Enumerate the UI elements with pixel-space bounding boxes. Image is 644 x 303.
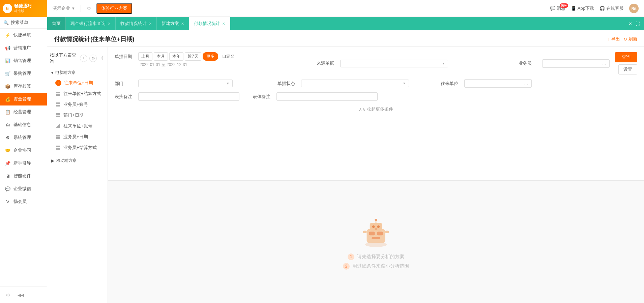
plan-item-unit-settle[interactable]: 往来单位+结算方式 bbox=[47, 88, 108, 99]
mobile-section-title[interactable]: ▶ 移动端方案 bbox=[47, 156, 108, 165]
step2-num: 2 bbox=[343, 263, 350, 270]
message-icon: 💬 bbox=[550, 6, 555, 11]
plan-item-staff-settle[interactable]: 业务员+结算方式 bbox=[47, 142, 108, 153]
sidebar-item-guide[interactable]: 📌 新手引导 bbox=[0, 157, 47, 170]
marketing-icon: 📢 bbox=[5, 45, 11, 51]
date-btn-7days[interactable]: 近7天 bbox=[185, 52, 201, 61]
sidebar-item-operation[interactable]: 📋 经营管理 bbox=[0, 105, 47, 118]
plan-item-dept-date[interactable]: 部门+日期 bbox=[47, 110, 108, 121]
desktop-section-label: 电脑端方案 bbox=[55, 70, 76, 75]
settings-footer-btn[interactable]: ⚙ bbox=[3, 290, 13, 300]
tabbar-actions: ✕ ⛶ bbox=[624, 17, 644, 30]
staff-select[interactable]: ... bbox=[542, 59, 610, 68]
topbar-separator bbox=[81, 5, 81, 12]
tab-home[interactable]: 首页 bbox=[47, 17, 66, 30]
notifications-btn[interactable]: 💬 消息 99+ bbox=[550, 5, 565, 11]
sidebar-item-marketing[interactable]: 📢 营销推广 bbox=[0, 41, 47, 54]
svg-rect-17 bbox=[58, 135, 60, 137]
sidebar-label-inventory: 库存核算 bbox=[13, 83, 31, 89]
date-btn-last-month[interactable]: 上月 bbox=[138, 52, 152, 61]
online-service-btn[interactable]: 🎧 在线客服 bbox=[599, 5, 624, 11]
plan-item-unit-date[interactable]: ○ 往来单位+日期 bbox=[47, 78, 108, 88]
empty-state: 1 请先选择要分析的方案 2 用过滤条件来缩小分析范围 bbox=[108, 181, 644, 303]
weixin-icon: 💬 bbox=[5, 186, 11, 192]
plan-item-unit-account[interactable]: 往来单位+账号 bbox=[47, 121, 108, 131]
sidebar-nav: ⚡ 快捷导航 📢 营销推广 📊 销售管理 🛒 采购管理 📦 库存核算 💰 资金管… bbox=[0, 29, 47, 286]
desktop-section-title[interactable]: ▾ 电脑端方案 bbox=[47, 68, 108, 78]
system-icon: ⚙ bbox=[5, 134, 11, 141]
body-note-input[interactable] bbox=[276, 92, 378, 101]
related-unit-select[interactable]: ... bbox=[464, 79, 532, 88]
plan-label-staff-account: 业务员+账号 bbox=[63, 101, 88, 108]
date-btn-this-year[interactable]: 本年 bbox=[169, 52, 183, 61]
company-name[interactable]: 演示企业 ▾ bbox=[53, 5, 75, 11]
sidebar-item-sales[interactable]: 📊 销售管理 bbox=[0, 54, 47, 67]
sidebar-item-inventory[interactable]: 📦 库存核算 bbox=[0, 80, 47, 93]
svg-rect-9 bbox=[58, 113, 60, 115]
collapse-more-btn[interactable]: ∧∧ 收起更多条件 bbox=[357, 104, 395, 114]
quick-nav-icon: ⚡ bbox=[5, 32, 11, 38]
close-payment-stats-icon[interactable]: ✕ bbox=[222, 22, 225, 26]
tab-bank-flow[interactable]: 现金银行流水查询 ✕ bbox=[66, 17, 116, 30]
svg-rect-35 bbox=[363, 231, 367, 233]
sidebar-item-system[interactable]: ⚙ 系统管理 bbox=[0, 131, 47, 144]
settings-btn[interactable]: 设置 bbox=[618, 64, 637, 74]
plan-item-staff-account[interactable]: 业务员+账号 bbox=[47, 99, 108, 110]
app-download-btn[interactable]: 📱 App下载 bbox=[571, 5, 594, 11]
content-header: 付款情况统计(往来单位+日期) ↑ 导出 ↻ 刷新 bbox=[47, 30, 644, 47]
source-select[interactable]: ▾ bbox=[340, 60, 448, 67]
related-unit-ellipsis: ... bbox=[524, 81, 528, 86]
mobile-plans-section: ▶ 移动端方案 bbox=[47, 154, 108, 167]
doc-status-select[interactable]: ▾ bbox=[301, 80, 409, 87]
query-btn[interactable]: 查询 bbox=[615, 52, 637, 62]
add-plan-btn[interactable]: + bbox=[80, 55, 87, 62]
topbar-settings-icon[interactable]: ⚙ bbox=[87, 6, 91, 11]
close-receipt-stats-icon[interactable]: ✕ bbox=[149, 22, 152, 26]
sidebar-label-weixin: 企业微信 bbox=[13, 186, 31, 192]
sidebar-item-quick-nav[interactable]: ⚡ 快捷导航 bbox=[0, 29, 47, 41]
close-all-icon[interactable]: ✕ bbox=[628, 21, 632, 26]
header-note-input[interactable] bbox=[138, 92, 239, 101]
tab-new-plan[interactable]: 新建方案 ✕ bbox=[157, 17, 189, 30]
expand-desktop-icon: ▾ bbox=[51, 70, 53, 75]
doc-status-chevron: ▾ bbox=[403, 81, 405, 86]
sidebar-item-capital[interactable]: 💰 资金管理 bbox=[0, 93, 47, 105]
staff-ellipsis: ... bbox=[602, 61, 606, 66]
refresh-btn[interactable]: ↻ 刷新 bbox=[623, 36, 637, 42]
online-service-label: 在线客服 bbox=[606, 5, 624, 11]
svg-rect-10 bbox=[56, 116, 58, 117]
tab-payment-stats-label: 付款情况统计 bbox=[194, 21, 220, 27]
sidebar-item-basic-info[interactable]: 🗂 基础信息 bbox=[0, 118, 47, 131]
sidebar-item-member[interactable]: V 畅会员 bbox=[0, 195, 47, 208]
date-btn-this-month[interactable]: 本月 bbox=[154, 52, 168, 61]
collapse-sidebar-btn[interactable]: ◀◀ bbox=[16, 290, 26, 300]
sidebar-item-weixin[interactable]: 💬 企业微信 bbox=[0, 182, 47, 195]
guide-icon: 📌 bbox=[5, 160, 11, 166]
search-menu[interactable]: 🔍 搜索菜单 bbox=[0, 17, 47, 29]
topbar: 演示企业 ▾ ⚙ 体验行业方案 💬 消息 99+ 📱 App下载 🎧 在线客服 … bbox=[47, 0, 644, 17]
close-new-plan-icon[interactable]: ✕ bbox=[181, 22, 184, 26]
svg-rect-19 bbox=[58, 137, 60, 139]
filter-wrapper: 单据日期 上月 本月 本年 近7天 更多 自定义 20 bbox=[108, 47, 644, 303]
dept-select[interactable]: ▾ bbox=[138, 80, 233, 87]
date-btn-more[interactable]: 更多 bbox=[203, 52, 218, 61]
close-bank-flow-icon[interactable]: ✕ bbox=[108, 22, 111, 26]
trial-btn[interactable]: 体验行业方案 bbox=[96, 3, 132, 14]
user-avatar[interactable]: Rit bbox=[629, 4, 639, 13]
sidebar-item-purchase[interactable]: 🛒 采购管理 bbox=[0, 67, 47, 80]
expand-icon[interactable]: ⛶ bbox=[636, 21, 640, 26]
export-btn[interactable]: ↑ 导出 bbox=[608, 36, 620, 42]
collapse-plan-sidebar-btn[interactable]: 《 bbox=[99, 55, 104, 61]
sidebar-item-hardware[interactable]: 🖥 智能硬件 bbox=[0, 170, 47, 182]
plan-item-staff-date[interactable]: 业务员+日期 bbox=[47, 131, 108, 142]
tab-payment-stats[interactable]: 付款情况统计 ✕ bbox=[189, 17, 230, 30]
dept-label: 部门 bbox=[115, 81, 135, 87]
expand-mobile-icon: ▶ bbox=[51, 158, 54, 163]
custom-date-label[interactable]: 自定义 bbox=[219, 53, 237, 60]
tab-receipt-stats[interactable]: 收款情况统计 ✕ bbox=[116, 17, 157, 30]
svg-rect-7 bbox=[58, 105, 60, 107]
sidebar-item-enterprise[interactable]: 🤝 企业协同 bbox=[0, 144, 47, 157]
step1-num: 1 bbox=[348, 253, 354, 260]
related-unit-label: 往来单位 bbox=[441, 81, 461, 87]
plan-settings-btn[interactable]: ⚙ bbox=[89, 55, 97, 62]
